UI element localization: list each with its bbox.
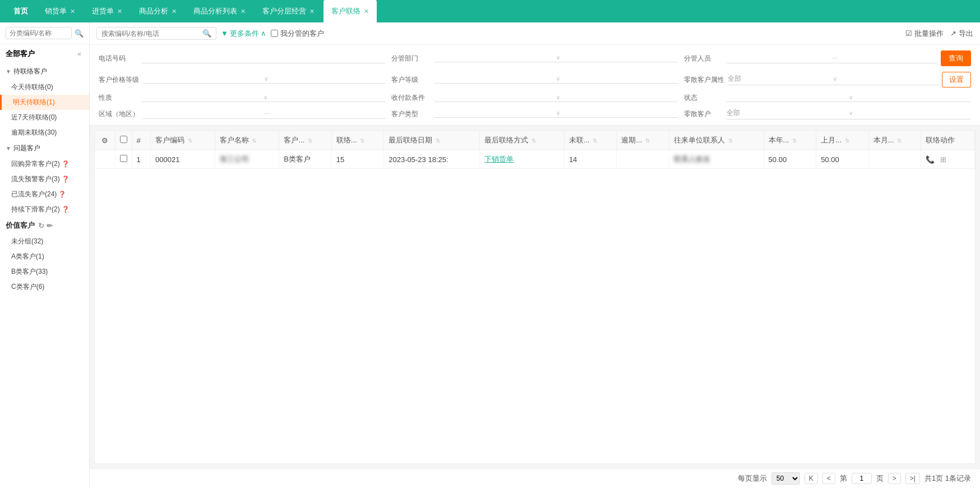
sidebar-item-c-class[interactable]: C类客户(6) (0, 279, 89, 294)
nav-item-home[interactable]: 首页 (6, 0, 36, 22)
cell-contact: 15 (331, 150, 384, 169)
nav-item-purchase[interactable]: 进货单 ✕ (84, 0, 130, 22)
customer-level-select[interactable]: ∨ (434, 76, 678, 84)
edit-icon[interactable]: ✏ (47, 222, 53, 230)
search-icon[interactable]: 🔍 (202, 29, 211, 38)
col-unit-contact[interactable]: 往来单位联系人 ⇅ (669, 131, 764, 150)
sidebar-group-title-problem[interactable]: 问题客户 (0, 140, 89, 156)
table-area: ⚙ # 客户编码 ⇅ 客户名称 ⇅ 客户... ⇅ 联络... ⇅ 最后联络日期… (94, 130, 976, 464)
region-dots-btn[interactable]: ··· (264, 109, 386, 117)
col-last-way[interactable]: 最后联络方式 ⇅ (480, 131, 565, 150)
cell-last-way[interactable]: 下销货单 (480, 150, 565, 169)
sidebar-group-title-pending[interactable]: 待联络客户 (0, 63, 89, 80)
search-icon[interactable]: 🔍 (75, 29, 84, 38)
check-col-header[interactable] (115, 131, 132, 150)
chevron-down-icon: ∨ (556, 94, 678, 100)
sidebar-item-declining[interactable]: 持续下滑客户(2) ❓ (0, 202, 89, 217)
close-icon[interactable]: ✕ (117, 8, 122, 15)
filter-price-level: 客户价格等级 ∨ (99, 75, 386, 85)
checkbox-icon: ☑ (905, 29, 912, 38)
sort-icon: ⇅ (593, 137, 597, 144)
sidebar-group-header-value[interactable]: 价值客户 ↻ ✏ (0, 217, 89, 234)
more-filter-button[interactable]: ▼ 更多条件 ∧ (221, 29, 266, 39)
nav-item-product-list[interactable]: 商品分析列表 ✕ (186, 0, 253, 22)
nav-item-customer-layer[interactable]: 客户分层经营 ✕ (255, 0, 322, 22)
col-last-month[interactable]: 上月... ⇅ (816, 131, 869, 150)
customer-type-select[interactable]: ∨ (434, 110, 678, 118)
col-this-year[interactable]: 本年... ⇅ (764, 131, 816, 150)
chevron-down-icon: ∨ (849, 110, 971, 116)
page-input[interactable] (852, 473, 872, 484)
sidebar-group-problem: 问题客户 回购异常客户(2) ❓ 流失预警客户(3) ❓ 已流失客户(24) ❓… (0, 140, 89, 217)
sidebar-item-ungrouped[interactable]: 未分组(32) (0, 234, 89, 249)
close-icon[interactable]: ✕ (172, 8, 177, 15)
sidebar-item-lost[interactable]: 已流失客户(24) ❓ (0, 187, 89, 202)
nav-item-sales[interactable]: 销货单 ✕ (37, 0, 83, 22)
table-row: 1 000021 张三公司 B类客户 15 2023-05-23 18:25: … (95, 150, 975, 169)
next-page-button[interactable]: > (888, 473, 901, 484)
col-no-contact[interactable]: 未联... ⇅ (564, 131, 617, 150)
export-button[interactable]: ↗ 导出 (950, 29, 973, 39)
page-size-select[interactable]: 50 100 200 (771, 472, 800, 485)
sidebar-collapse-btn[interactable]: « (75, 49, 84, 59)
prev-page-button[interactable]: < (822, 473, 835, 484)
price-level-select[interactable]: ∨ (142, 76, 386, 84)
sidebar-item-tomorrow[interactable]: 明天待联络(1) (0, 95, 89, 110)
close-icon[interactable]: ✕ (364, 8, 369, 15)
close-icon[interactable]: ✕ (309, 8, 315, 15)
col-action: 联络动作 (921, 131, 975, 150)
phone-input[interactable] (141, 54, 386, 62)
nav-item-product-analysis[interactable]: 商品分析 ✕ (131, 0, 184, 22)
refresh-icon[interactable]: ↻ (38, 222, 44, 230)
col-overdue[interactable]: 逾期... ⇅ (617, 131, 669, 150)
sidebar-item-loss-warning[interactable]: 流失预警客户(3) ❓ (0, 172, 89, 187)
close-icon[interactable]: ✕ (70, 8, 75, 15)
query-button[interactable]: 查询 (941, 50, 971, 66)
batch-op-button[interactable]: ☑ 批量操作 (905, 29, 944, 39)
phone-action-icon[interactable]: 📞 (926, 155, 935, 164)
manager-dots-btn[interactable]: ··· (832, 54, 937, 62)
sidebar-item-abnormal[interactable]: 回购异常客户(2) ❓ (0, 156, 89, 172)
grid-action-icon[interactable]: ⊞ (940, 155, 946, 164)
settings-button[interactable]: 设置 (942, 72, 971, 88)
sort-icon: ⇅ (645, 137, 650, 144)
sidebar-item-today[interactable]: 今天待联络(0) (0, 80, 89, 95)
close-icon[interactable]: ✕ (241, 8, 246, 15)
export-icon: ↗ (950, 29, 956, 38)
all-customers-row[interactable]: 全部客户 « (0, 44, 89, 63)
cell-action: 📞 ⊞ (921, 150, 975, 169)
retail-attr-select[interactable]: 全部 ∨ (728, 74, 939, 85)
sidebar-search-input[interactable] (6, 27, 72, 39)
col-this-month[interactable]: 本月... ⇅ (868, 131, 921, 150)
last-page-button[interactable]: >| (905, 473, 920, 484)
cell-this-year: 50.00 (764, 150, 816, 169)
col-contact[interactable]: 联络... ⇅ (331, 131, 384, 150)
sidebar-item-7days[interactable]: 近7天待联络(0) (0, 110, 89, 125)
sort-icon: ⇅ (792, 137, 797, 144)
dept-select[interactable]: ∨ (434, 54, 678, 62)
col-index: # (132, 131, 151, 150)
gear-col-header[interactable]: ⚙ (95, 131, 115, 150)
nature-select[interactable]: ∨ (141, 94, 386, 102)
sidebar-item-a-class[interactable]: A类客户(1) (0, 249, 89, 264)
filter-region: 区域（地区） ··· (99, 109, 386, 119)
search-input[interactable] (101, 30, 202, 38)
payment-select[interactable]: ∨ (434, 94, 678, 102)
nav-item-customer-contact[interactable]: 客户联络 ✕ (323, 0, 377, 22)
filter-payment: 收付款条件 ∨ (391, 93, 678, 103)
sidebar-item-overdue[interactable]: 逾期未联络(30) (0, 125, 89, 140)
col-name[interactable]: 客户名称 ⇅ (215, 131, 279, 150)
col-type[interactable]: 客户... ⇅ (279, 131, 332, 150)
status-select[interactable]: ∨ (727, 94, 971, 102)
sidebar-item-b-class[interactable]: B类客户(33) (0, 264, 89, 279)
sort-icon: ⇅ (436, 137, 440, 144)
col-last-date[interactable]: 最后联络日期 ⇅ (384, 131, 480, 150)
my-customers-checkbox[interactable]: 我分管的客户 (271, 29, 324, 39)
first-page-button[interactable]: K (805, 473, 818, 484)
col-code[interactable]: 客户编码 ⇅ (151, 131, 215, 150)
chevron-down-icon: ∨ (833, 76, 939, 82)
retail-customer-select[interactable]: 全部 ∨ (727, 108, 971, 119)
sidebar-group-pending: 待联络客户 今天待联络(0) 明天待联络(1) 近7天待联络(0) 逾期未联络(… (0, 63, 89, 140)
sidebar-group-title-value-label: 价值客户 (6, 220, 35, 231)
sidebar-search-bar: 🔍 (0, 22, 89, 44)
